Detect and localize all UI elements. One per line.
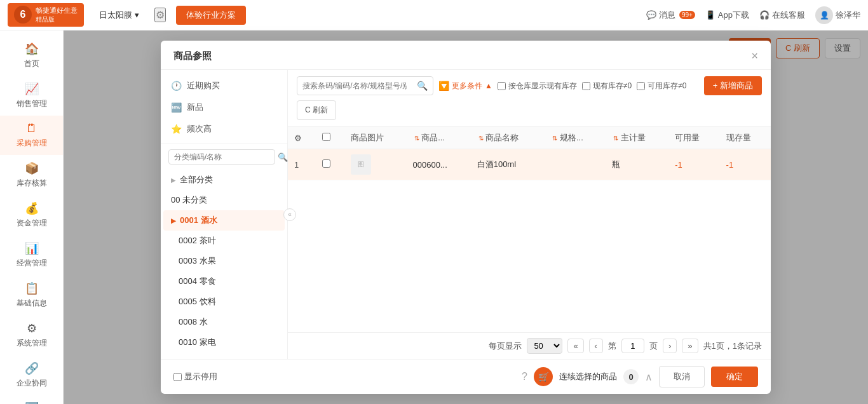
phone-icon: 📱 bbox=[705, 10, 715, 20]
row-select-checkbox[interactable] bbox=[322, 159, 330, 168]
row-unit: 瓶 bbox=[606, 149, 668, 180]
sidebar-item-basic[interactable]: 📋 基础信息 bbox=[0, 275, 63, 315]
new-tab-label: 新品 bbox=[187, 102, 203, 113]
collapse-button[interactable]: « bbox=[283, 208, 296, 221]
sidebar-item-inventory[interactable]: 📦 库存核算 bbox=[0, 155, 63, 195]
main-layout: 🏠 首页 📈 销售管理 🗒 采购管理 📦 库存核算 💰 资金管理 📊 经营管理 … bbox=[0, 30, 868, 404]
recent-tabs: 🕐 近期购买 🆕 新品 ⭐ 频次高 bbox=[161, 76, 287, 138]
sales-icon: 📈 bbox=[25, 82, 39, 96]
page-size-label: 每页显示 bbox=[489, 340, 522, 352]
th-code[interactable]: ⇅ 商品... bbox=[407, 127, 471, 149]
sidebar-item-system[interactable]: ⚙ 系统管理 bbox=[0, 315, 63, 355]
sidebar-item-guide[interactable]: 🆕 新手引导 bbox=[0, 395, 63, 404]
cat-item-0003[interactable]: 0003 水果 bbox=[163, 251, 285, 271]
recent-tab-new[interactable]: 🆕 新品 bbox=[166, 98, 282, 117]
settings-icon[interactable]: ⚙ bbox=[154, 8, 166, 22]
page-number-input[interactable] bbox=[621, 339, 644, 353]
filter-more-label: 更多条件 bbox=[452, 81, 482, 91]
help-icon[interactable]: ? bbox=[522, 371, 527, 382]
cat-item-0001[interactable]: ▶ 0001 酒水 bbox=[163, 210, 285, 231]
recent-tab-frequent[interactable]: ⭐ 频次高 bbox=[166, 119, 282, 138]
sidebar-item-purchase[interactable]: 🗒 采购管理 bbox=[0, 116, 63, 155]
cat-item-all[interactable]: ▶ 全部分类 bbox=[163, 170, 285, 190]
product-search-input[interactable] bbox=[297, 81, 412, 90]
filter-chip-current-stock[interactable]: 现有库存≠0 bbox=[582, 81, 632, 91]
select-all-checkbox[interactable] bbox=[322, 133, 330, 141]
row-stock: -1 bbox=[720, 149, 771, 180]
cart-icon[interactable]: 🛒 bbox=[534, 367, 553, 386]
available-stock-label: 可用库存≠0 bbox=[648, 81, 686, 91]
cart-count: 0 bbox=[623, 369, 639, 384]
cancel-button[interactable]: 取消 bbox=[659, 366, 705, 387]
product-search-button[interactable]: 🔍 bbox=[412, 81, 433, 91]
cat-item-0004[interactable]: 0004 零食 bbox=[163, 271, 285, 292]
app-download-item[interactable]: 📱 App下载 bbox=[705, 10, 749, 21]
recent-tab-recent[interactable]: 🕐 近期购买 bbox=[166, 76, 282, 95]
page-size-select[interactable]: 10 20 50 100 bbox=[527, 338, 562, 354]
sidebar-item-collab[interactable]: 🔗 企业协同 bbox=[0, 355, 63, 395]
cat-label-0002: 0002 茶叶 bbox=[179, 235, 216, 246]
right-panel: 🔍 🔽 更多条件 ▲ 按仓库显示现有库存 bbox=[288, 70, 771, 359]
category-search-input[interactable] bbox=[168, 149, 275, 165]
online-service-item[interactable]: 🎧 在线客服 bbox=[759, 10, 805, 21]
available-stock-checkbox[interactable] bbox=[637, 82, 645, 90]
show-disabled-checkbox[interactable] bbox=[173, 373, 182, 381]
inventory-icon: 📦 bbox=[25, 161, 39, 175]
modal-header: 商品参照 × bbox=[161, 41, 771, 70]
row-thumb: 图 bbox=[344, 149, 407, 180]
message-nav-item[interactable]: 💬 消息 99+ bbox=[646, 10, 695, 21]
next-page-button[interactable]: › bbox=[663, 339, 677, 353]
modal-product-reference: 商品参照 × 🕐 近期购买 🆕 bbox=[161, 41, 771, 394]
sidebar-item-operation[interactable]: 📊 经营管理 bbox=[0, 235, 63, 275]
table-refresh-button[interactable]: C 刷新 bbox=[297, 100, 336, 120]
sidebar-label-system: 系统管理 bbox=[17, 338, 47, 349]
cat-item-00[interactable]: 00 未分类 bbox=[163, 190, 285, 210]
trial-button[interactable]: 体验行业方案 bbox=[176, 6, 246, 25]
expand-icon[interactable]: ∧ bbox=[645, 371, 653, 383]
sidebar-label-collab: 企业协同 bbox=[17, 378, 47, 389]
user-area[interactable]: 👤 徐泽华 bbox=[815, 6, 860, 24]
sort-icon-code: ⇅ bbox=[414, 135, 419, 142]
finance-icon: 💰 bbox=[25, 201, 39, 215]
cat-label-0010: 0010 家电 bbox=[179, 337, 216, 348]
clock-icon: 🕐 bbox=[171, 81, 182, 91]
sidebar-label-home: 首页 bbox=[24, 58, 39, 69]
modal-body: 🕐 近期购买 🆕 新品 ⭐ 频次高 bbox=[161, 70, 771, 359]
last-page-button[interactable]: » bbox=[682, 339, 698, 353]
th-name-label: 商品名称 bbox=[485, 133, 519, 142]
filter-chip-available-stock[interactable]: 可用库存≠0 bbox=[637, 81, 686, 91]
modal-close-button[interactable]: × bbox=[751, 50, 758, 63]
sidebar-item-sales[interactable]: 📈 销售管理 bbox=[0, 76, 63, 116]
filter-chip-warehouse[interactable]: 按仓库显示现有库存 bbox=[498, 81, 577, 91]
warehouse-checkbox[interactable] bbox=[498, 82, 506, 90]
table-row[interactable]: 1 图 000600... 白酒100ml 瓶 bbox=[288, 149, 771, 180]
th-settings[interactable]: ⚙ bbox=[288, 127, 316, 149]
th-checkbox bbox=[316, 127, 344, 149]
cat-arrow-all: ▶ bbox=[171, 177, 176, 184]
cat-arrow-0001: ▶ bbox=[171, 217, 176, 224]
th-image: 商品图片 bbox=[344, 127, 407, 149]
th-unit[interactable]: ⇅ 主计量 bbox=[606, 127, 668, 149]
add-product-button[interactable]: + 新增商品 bbox=[704, 76, 762, 95]
sidebar-item-home[interactable]: 🏠 首页 bbox=[0, 36, 63, 76]
sidebar-label-operation: 经营管理 bbox=[17, 258, 47, 269]
prev-page-button[interactable]: ‹ bbox=[589, 339, 603, 353]
message-icon: 💬 bbox=[646, 10, 656, 20]
cat-item-0010[interactable]: 0010 家电 bbox=[163, 332, 285, 353]
company-dropdown[interactable]: 日太阳膜 ▾ bbox=[94, 10, 144, 21]
product-search-box: 🔍 bbox=[297, 76, 433, 95]
th-name[interactable]: ⇅ 商品名称 bbox=[471, 127, 545, 149]
th-spec[interactable]: ⇅ 规格... bbox=[545, 127, 606, 149]
modal-title: 商品参照 bbox=[173, 50, 212, 62]
sidebar-item-finance[interactable]: 💰 资金管理 bbox=[0, 195, 63, 235]
filter-more-button[interactable]: 🔽 更多条件 ▲ bbox=[438, 81, 492, 91]
cat-item-0002[interactable]: 0002 茶叶 bbox=[163, 231, 285, 251]
current-stock-checkbox[interactable] bbox=[582, 82, 590, 90]
confirm-button[interactable]: 确定 bbox=[711, 367, 758, 387]
cat-item-0005[interactable]: 0005 饮料 bbox=[163, 292, 285, 312]
show-disabled-checkbox-row[interactable]: 显示停用 bbox=[173, 371, 217, 382]
cat-item-0008[interactable]: 0008 水 bbox=[163, 312, 285, 332]
product-table-wrapper: ⚙ 商品图片 ⇅ 商品... bbox=[288, 127, 771, 332]
category-search-icon[interactable]: 🔍 bbox=[278, 152, 288, 162]
first-page-button[interactable]: « bbox=[567, 339, 583, 353]
